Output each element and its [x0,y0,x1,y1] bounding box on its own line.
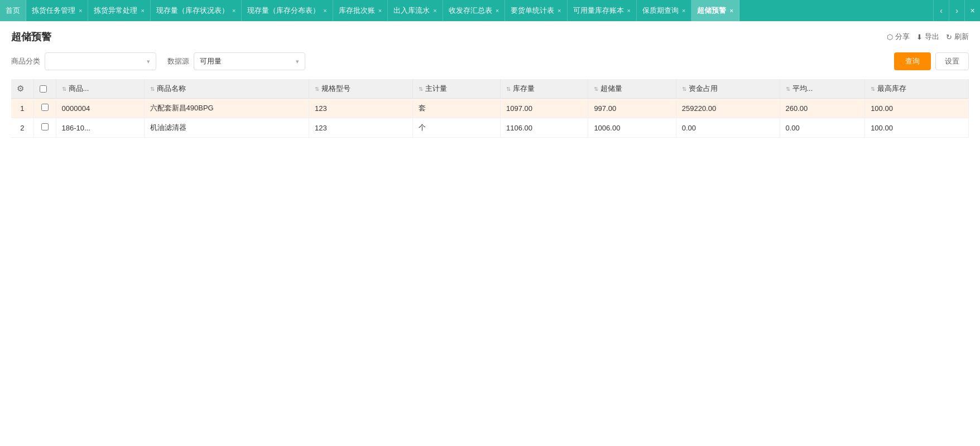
th-name-sort-icon[interactable]: ⇅ [150,86,155,92]
tab-summary[interactable]: 收发存汇总表 × [443,0,505,21]
tab-available-account-label: 可用量库存账本 [573,6,624,16]
nav-arrow-left[interactable]: ‹ [933,0,949,21]
tab-available-account-close[interactable]: × [627,7,631,14]
th-avg: ⇅ 平均... [780,79,865,99]
tab-inventory-status-close[interactable]: × [232,7,236,14]
row-checkbox-cell-1 [33,118,56,138]
tab-abnormal-close[interactable]: × [141,7,144,14]
th-avg-label: 平均... [792,84,813,94]
page-title: 超储预警 [11,30,51,43]
tab-order-stats[interactable]: 要货单统计表 × [505,0,567,21]
th-code-sort-icon[interactable]: ⇅ [62,86,66,92]
th-max-label: 最高库存 [877,84,906,94]
row-overstock-0: 997.00 [588,99,676,118]
settings-gear-icon[interactable]: ⚙ [17,84,24,94]
th-max: ⇅ 最高库存 [865,79,969,99]
select-all-checkbox[interactable] [40,85,47,93]
settings-button[interactable]: 设置 [935,52,969,70]
nav-arrow-close-all[interactable]: × [964,0,980,21]
th-spec-label: 规格型号 [321,84,350,94]
tab-abnormal-label: 拣货异常处理 [94,6,137,16]
tab-order-stats-close[interactable]: × [558,7,561,14]
row-unit-1: 个 [412,118,500,138]
tab-inventory-status[interactable]: 现存量（库存状况表） × [151,0,242,21]
tab-summary-close[interactable]: × [496,7,499,14]
tab-inout-flow-close[interactable]: × [433,7,436,14]
th-unit: ⇅ 主计量 [412,79,500,99]
row-checkbox-cell-0 [33,99,56,118]
refresh-label: 刷新 [954,32,969,42]
th-overstock-sort-icon[interactable]: ⇅ [594,86,598,92]
tab-quality-query-label: 保质期查询 [642,6,679,16]
top-navigation: 首页 拣货任务管理 × 拣货异常处理 × 现存量（库存状况表） × 现存量（库存… [0,0,980,21]
tab-inventory-dist-close[interactable]: × [323,7,326,14]
tab-home[interactable]: 首页 [0,0,26,21]
datasource-select-value: 可用量 [200,56,292,66]
tab-order-stats-label: 要货单统计表 [511,6,554,16]
tab-task-mgmt-close[interactable]: × [79,7,82,14]
row-stock-1: 1106.00 [501,118,588,138]
datasource-chevron-icon: ▾ [296,58,299,65]
th-unit-sort-icon[interactable]: ⇅ [419,86,423,92]
nav-arrows: ‹ › × [933,0,980,21]
table-header-row: ⚙ ⇅ 商品... ⇅ 商品名称 [11,79,969,99]
filter-bar: 商品分类 ▾ 数据源 可用量 ▾ 查询 设置 [11,52,969,70]
page-header: 超储预警 ⬡ 分享 ⬇ 导出 ↻ 刷新 [11,30,969,43]
nav-arrow-right[interactable]: › [949,0,964,21]
row-max-0: 100.00 [865,99,969,118]
category-select[interactable]: ▾ [45,52,156,70]
th-unit-label: 主计量 [425,84,447,94]
th-stock-sort-icon[interactable]: ⇅ [506,86,511,92]
th-avg-sort-icon[interactable]: ⇅ [786,86,790,92]
tab-inventory-dist[interactable]: 现存量（库存分布表） × [242,0,333,21]
category-chevron-icon: ▾ [147,58,150,65]
row-num-0: 1 [11,99,33,118]
category-filter: 商品分类 ▾ [11,52,156,70]
datasource-select[interactable]: 可用量 ▾ [194,52,305,70]
th-overstock-label: 超储量 [601,84,622,94]
tab-overstock-warning[interactable]: 超储预警 × [691,0,739,21]
tab-batch-account[interactable]: 库存批次账 × [333,0,388,21]
tab-overstock-warning-label: 超储预警 [697,6,726,16]
table-row: 1 0000004 六配套新昌490BPG 123 套 1097.00 997.… [11,99,969,118]
th-capital-label: 资金占用 [689,84,718,94]
row-code-1: 186-10... [56,118,144,138]
row-checkbox-1[interactable] [41,123,49,130]
query-button[interactable]: 查询 [894,52,931,70]
tab-available-account[interactable]: 可用量库存账本 × [568,0,637,21]
th-capital-sort-icon[interactable]: ⇅ [682,86,686,92]
share-action[interactable]: ⬡ 分享 [887,32,910,42]
export-action[interactable]: ⬇ 导出 [916,32,939,42]
tab-inventory-dist-label: 现存量（库存分布表） [247,6,320,16]
row-name-0: 六配套新昌490BPG [144,99,309,118]
tab-overstock-warning-close[interactable]: × [729,7,733,14]
row-avg-0: 260.00 [780,99,865,118]
th-checkbox [33,79,56,99]
tab-abnormal[interactable]: 拣货异常处理 × [88,0,150,21]
share-icon: ⬡ [887,33,893,41]
th-stock-label: 库存量 [513,84,535,94]
tab-inout-flow[interactable]: 出入库流水 × [388,0,443,21]
th-capital: ⇅ 资金占用 [676,79,780,99]
tab-task-mgmt[interactable]: 拣货任务管理 × [26,0,88,21]
row-checkbox-0[interactable] [41,104,49,111]
data-table: ⚙ ⇅ 商品... ⇅ 商品名称 [11,79,969,138]
th-stock: ⇅ 库存量 [501,79,588,99]
category-label: 商品分类 [11,56,40,66]
tab-quality-query[interactable]: 保质期查询 × [637,0,691,21]
th-max-sort-icon[interactable]: ⇅ [871,86,875,92]
row-overstock-1: 1006.00 [588,118,676,138]
table-row: 2 186-10... 机油滤清器 123 个 1106.00 1006.00 … [11,118,969,138]
tab-quality-query-close[interactable]: × [682,7,685,14]
filter-actions: 查询 设置 [894,52,969,70]
tab-inout-flow-label: 出入库流水 [393,6,430,16]
datasource-filter: 数据源 可用量 ▾ [167,52,305,70]
tab-batch-account-close[interactable]: × [378,7,382,14]
th-spec-sort-icon[interactable]: ⇅ [315,86,319,92]
th-settings: ⚙ [11,79,33,99]
refresh-action[interactable]: ↻ 刷新 [946,32,969,42]
datasource-label: 数据源 [167,56,189,66]
row-code-0: 0000004 [56,99,144,118]
th-code: ⇅ 商品... [56,79,144,99]
refresh-icon: ↻ [946,33,952,41]
